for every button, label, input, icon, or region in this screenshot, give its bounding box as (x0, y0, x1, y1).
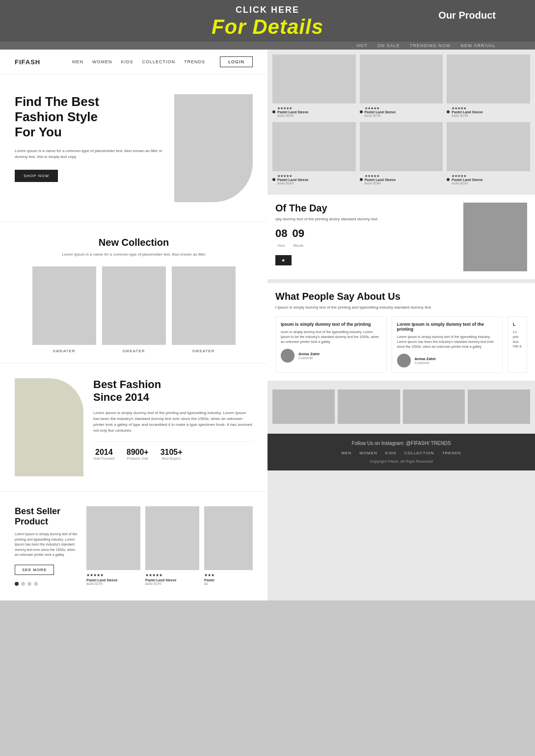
tc-body-2: Lorem Ipsum is simply dummy text of the … (397, 335, 498, 349)
product-item-6: ★★★★★ Pastel Land Sleeve $150 $140 (447, 122, 530, 185)
stat-year-number: 2014 (93, 448, 115, 457)
footer-nav-trends[interactable]: TRENDS (442, 451, 461, 455)
pagination-dots (15, 582, 79, 586)
testimonial-card-1: Ipsum is simply dummy text of the printi… (275, 316, 387, 373)
product-price-4: $150 $140 (277, 182, 356, 185)
collection-card-2: SWEATER (102, 266, 166, 353)
new-collection-subtitle: Lorem Ipsum is a name for a common type … (15, 252, 253, 257)
timer: 08 Hour 09 Minute (275, 227, 457, 249)
bs-name-3: Pastel (204, 578, 253, 582)
for-details-text[interactable]: For Details (212, 15, 323, 39)
best-fashion-text: Best Fashion Since 2014 Lorem Ipsum is s… (93, 378, 253, 476)
insta-img-3 (403, 390, 465, 424)
timer-hours: 08 Hour (275, 227, 287, 249)
product-details-5: ★★★★★ Pastel Land Sleeve $150 $140 (365, 174, 443, 185)
new-collection-section: New Collection Lorem Ipsum is a name for… (0, 222, 268, 363)
navbar: FIFASH MEN WOMEN KIDS COLLECTION TRENDS … (0, 50, 268, 75)
banner-link-hot[interactable]: HOT (357, 43, 368, 48)
nav-men[interactable]: MEN (72, 59, 83, 64)
instagram-section (268, 385, 535, 434)
product-item-5: ★★★★★ Pastel Land Sleeve $150 $140 (360, 122, 443, 185)
product-name-1: Pastel Land Sleeve (277, 110, 356, 114)
nav-kids[interactable]: KIDS (121, 59, 133, 64)
product-price-1: $150 $140 (277, 114, 356, 117)
our-product-label: Our Product (438, 10, 496, 21)
footer-nav-collection[interactable]: COLLECTION (404, 451, 434, 455)
collection-label-1: SWEATER (32, 349, 96, 353)
otd-title: Of The Day (275, 203, 457, 214)
product-dot-6 (447, 178, 450, 181)
avatar-1 (281, 349, 294, 363)
product-details-2: ★★★★★ Pastel Land Sleeve $150 $140 (365, 106, 443, 117)
product-info-6: ★★★★★ Pastel Land Sleeve $150 $140 (447, 174, 530, 185)
product-img-3 (447, 54, 530, 104)
dot-4 (34, 582, 38, 586)
otd-text: Of The Day rply dummy text of the printi… (275, 203, 457, 271)
tc-avatar-1: Anisa Zahir Customer (281, 349, 381, 363)
tc-person-1: Anisa Zahir Customer (298, 352, 320, 360)
dot-2 (21, 582, 25, 586)
stat-products: 8900+ Products Sold (127, 448, 149, 460)
best-fashion-heading: Best Fashion Since 2014 (93, 378, 253, 404)
bs-card-3: ★★★ Pastel $1 (204, 506, 253, 586)
product-price-2: $150 $140 (365, 114, 443, 117)
products-grid-row1: ★★★★★ Pastel Land Sleeve $150 $140 (272, 54, 530, 117)
timer-minutes: 09 Minute (292, 227, 304, 249)
stat-year-label: Year Founded (93, 457, 115, 460)
timer-minutes-label: Minute (293, 244, 303, 247)
login-button[interactable]: LOGIN (220, 56, 253, 67)
collection-cards: SWEATER SWEATER SWEATER (15, 266, 253, 353)
dot-3 (27, 582, 31, 586)
footer-nav-kids[interactable]: KIDS (385, 451, 397, 455)
testimonials-title: What People Say About Us (275, 291, 527, 302)
product-img-5 (360, 122, 443, 171)
footer-nav-women[interactable]: WOMEN (359, 451, 377, 455)
products-grid-row2: ★★★★★ Pastel Land Sleeve $150 $140 (272, 122, 530, 185)
tc-name-2: Anisa Zahir (415, 357, 436, 361)
bs-card-img-3 (204, 506, 253, 570)
banner-link-onsale[interactable]: ON SALE (377, 43, 400, 48)
collection-label-3: SWEATER (172, 349, 236, 353)
of-the-day-section: Of The Day rply dummy text of the printi… (268, 195, 535, 279)
nav-collection[interactable]: COLLECTION (142, 59, 175, 64)
product-details-1: ★★★★★ Pastel Land Sleeve $150 $140 (277, 106, 356, 117)
product-details-3: ★★★★★ Pastel Land Sleeve $150 $140 (452, 106, 530, 117)
bs-stars-3: ★★★ (204, 573, 253, 577)
collection-label-2: SWEATER (102, 349, 166, 353)
product-img-4 (272, 122, 356, 171)
hero-heading: Find The Best Fashion Style For You (15, 94, 164, 140)
stat-buyers: 3105+ Best Buyers (160, 448, 183, 460)
product-dot-2 (360, 110, 363, 113)
testimonial-cards: Ipsum is simply dummy text of the printi… (275, 316, 527, 373)
banner-link-trending[interactable]: TRENDING NOW (410, 43, 451, 48)
logo: FIFASH (15, 58, 40, 66)
product-info-3: ★★★★★ Pastel Land Sleeve $150 $140 (447, 106, 530, 117)
product-price-5: $150 $140 (365, 182, 443, 185)
best-fashion-image (15, 378, 83, 476)
main-layout: FIFASH MEN WOMEN KIDS COLLECTION TRENDS … (0, 50, 535, 600)
footer-nav-men[interactable]: MEN (341, 451, 351, 455)
best-seller-text: Best Seller Product Lorem Ipsum is simpl… (15, 506, 79, 586)
product-details-6: ★★★★★ Pastel Land Sleeve $150 $140 (452, 174, 530, 185)
hero-image (174, 94, 253, 202)
shop-now-button[interactable]: SHOP NOW (15, 170, 58, 182)
see-more-button[interactable]: SEE MORE (15, 565, 54, 575)
nav-women[interactable]: WOMEN (92, 59, 112, 64)
product-item-1: ★★★★★ Pastel Land Sleeve $150 $140 (272, 54, 356, 117)
best-fashion-section: Best Fashion Since 2014 Lorem Ipsum is s… (0, 363, 268, 491)
nav-trends[interactable]: TRENDS (184, 59, 205, 64)
stat-buyers-label: Best Buyers (160, 457, 183, 460)
insta-img-4 (468, 390, 530, 424)
timer-hours-label: Hour (278, 244, 285, 247)
product-name-2: Pastel Land Sleeve (365, 110, 443, 114)
collection-img-2 (102, 266, 166, 345)
bs-stars-2: ★★★★★ (145, 573, 199, 577)
stats-row: 2014 Year Founded 8900+ Products Sold 31… (93, 442, 253, 460)
bs-name-1: Pastel Land Sleeve (86, 578, 140, 582)
banner-link-new[interactable]: NEW ARRIVAL (460, 43, 496, 48)
stat-products-label: Products Sold (127, 457, 149, 460)
collection-card-1: SWEATER (32, 266, 96, 353)
tc-person-2: Anisa Zahir Customer (415, 357, 436, 365)
footer-instagram-text: Follow Us on Instagram: @FIFASH/ TRENDS (274, 441, 528, 446)
otd-buy-button[interactable]: ■ (275, 255, 292, 265)
